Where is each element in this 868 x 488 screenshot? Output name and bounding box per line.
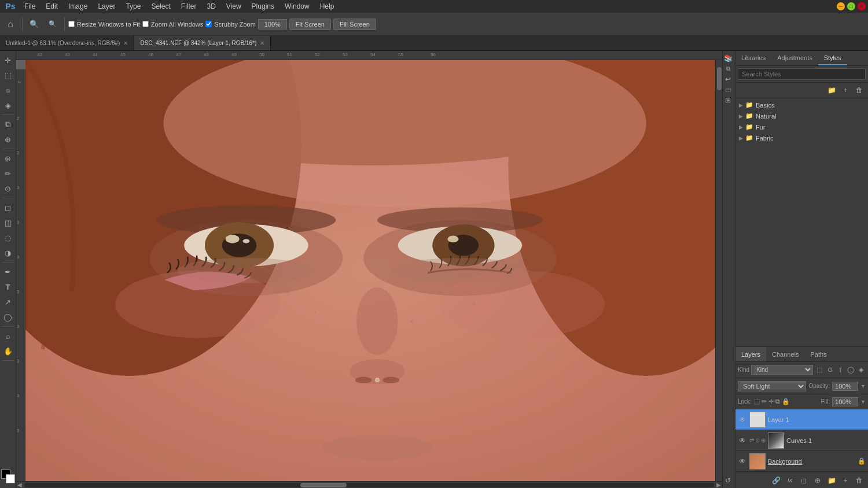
menu-help[interactable]: Help xyxy=(315,1,339,12)
lock-transparent-icon[interactable]: ⬚ xyxy=(754,398,760,405)
canvas-content[interactable] xyxy=(25,60,715,481)
zoom-all-windows-checkbox[interactable]: Zoom All Windows xyxy=(142,21,203,28)
blend-mode-select[interactable]: Soft Light Normal Multiply Screen Overla… xyxy=(738,381,806,391)
layer-item-1[interactable]: 👁 Layer 1 xyxy=(735,409,868,430)
menu-select[interactable]: Select xyxy=(146,1,175,12)
lasso-tool[interactable]: ⌾ xyxy=(1,83,15,97)
menu-plugins[interactable]: Plugins xyxy=(247,1,279,12)
group-icon[interactable]: 📁 xyxy=(825,474,838,487)
marquee-tool[interactable]: ⬚ xyxy=(1,68,15,82)
lock-position-icon[interactable]: ✛ xyxy=(768,398,774,405)
filter-icon-type[interactable]: T xyxy=(836,365,845,375)
tab-untitled[interactable]: Untitled-1 @ 63.1% (Overdone-iris, RGB/8… xyxy=(0,36,134,50)
vertical-scrollbar[interactable] xyxy=(715,60,722,481)
eraser-tool[interactable]: ◻ xyxy=(1,201,15,215)
blur-tool[interactable]: ◌ xyxy=(1,231,15,245)
adjustment-icon[interactable]: ⊕ xyxy=(811,474,824,487)
crop-tool[interactable]: ⧉ xyxy=(1,117,15,131)
opacity-input[interactable] xyxy=(832,382,858,391)
scroll-right-arrow[interactable]: ▶ xyxy=(716,482,721,488)
quick-select-tool[interactable]: ◈ xyxy=(1,98,15,112)
path-selection-tool[interactable]: ↗ xyxy=(1,295,15,309)
tab-untitled-close[interactable]: ✕ xyxy=(123,40,128,46)
fill-screen-button[interactable]: Fill Screen xyxy=(333,19,376,30)
panel-folder-icon[interactable]: 📁 xyxy=(825,84,838,97)
scroll-left-arrow[interactable]: ◀ xyxy=(17,482,22,488)
lock-all-icon[interactable]: 🔒 xyxy=(782,398,790,405)
tab-styles[interactable]: Styles xyxy=(818,51,847,65)
opacity-arrow[interactable]: ▼ xyxy=(860,383,866,389)
dodge-tool[interactable]: ◑ xyxy=(1,246,15,260)
tab-libraries[interactable]: Libraries xyxy=(735,51,771,65)
horizontal-scrollbar-thumb[interactable] xyxy=(300,483,347,487)
filter-icon-smart[interactable]: ◈ xyxy=(856,365,866,375)
layer-1-visibility[interactable]: 👁 xyxy=(738,415,747,424)
background-color-swatch[interactable] xyxy=(6,474,15,483)
style-group-fur[interactable]: ▶ 📁 Fur xyxy=(737,121,867,132)
fill-arrow[interactable]: ▼ xyxy=(860,399,866,405)
scrubby-zoom-input[interactable] xyxy=(205,21,212,27)
shape-tool[interactable]: ◯ xyxy=(1,310,15,324)
healing-tool[interactable]: ⊛ xyxy=(1,151,15,165)
fill-input[interactable] xyxy=(832,397,858,406)
type-tool[interactable]: T xyxy=(1,280,15,294)
resize-windows-checkbox[interactable]: Resize Windows to Fit xyxy=(68,21,140,28)
eyedropper-tool[interactable]: ⊕ xyxy=(1,132,15,146)
lock-image-icon[interactable]: ✏ xyxy=(762,398,767,405)
menu-type[interactable]: Type xyxy=(121,1,145,12)
menu-image[interactable]: Image xyxy=(64,1,92,12)
mask-icon[interactable]: ◻ xyxy=(797,474,810,487)
horizontal-scrollbar[interactable]: ◀ ▶ xyxy=(16,481,722,488)
tab-paths[interactable]: Paths xyxy=(805,347,833,361)
fx-icon[interactable]: fx xyxy=(784,474,796,487)
filter-icon-adj[interactable]: ⊙ xyxy=(825,365,834,375)
move-tool[interactable]: ✛ xyxy=(1,53,15,67)
style-group-fabric[interactable]: ▶ 📁 Fabric xyxy=(737,132,867,143)
layer-item-background[interactable]: 👁 Background 🔒 xyxy=(735,451,868,472)
tab-dsc[interactable]: DSC_4341.NEF @ 342% (Layer 1, RGB/16*) ✕ xyxy=(134,36,271,50)
zoom-input[interactable] xyxy=(258,19,287,29)
new-layer-icon[interactable]: + xyxy=(839,474,852,487)
revert-icon[interactable]: ↺ xyxy=(723,475,733,486)
grid-icon[interactable]: ⊞ xyxy=(723,95,733,105)
tab-dsc-close[interactable]: ✕ xyxy=(260,40,264,46)
history-icon[interactable]: ↩ xyxy=(723,74,733,84)
libraries-icon[interactable]: 📚 xyxy=(723,53,733,64)
menu-window[interactable]: Window xyxy=(280,1,314,12)
styles-search-input[interactable] xyxy=(738,68,866,80)
menu-edit[interactable]: Edit xyxy=(41,1,62,12)
curves-visibility[interactable]: 👁 xyxy=(738,436,747,445)
pen-tool[interactable]: ✒ xyxy=(1,265,15,279)
delete-layer-icon[interactable]: 🗑 xyxy=(853,474,866,487)
style-group-natural[interactable]: ▶ 📁 Natural xyxy=(737,110,867,121)
zoom-in-icon[interactable]: 🔍 xyxy=(26,16,42,32)
maximize-button[interactable]: □ xyxy=(847,2,855,10)
gradient-tool[interactable]: ◫ xyxy=(1,216,15,230)
layer-item-curves[interactable]: 👁 ⇌ ⊙ ⊛ Curves 1 xyxy=(735,430,868,451)
background-visibility[interactable]: 👁 xyxy=(738,457,747,466)
filter-icon-image[interactable]: ⬚ xyxy=(815,365,824,375)
tab-adjustments[interactable]: Adjustments xyxy=(771,51,818,65)
menu-filter[interactable]: Filter xyxy=(176,1,201,12)
menu-view[interactable]: View xyxy=(222,1,246,12)
link-icon[interactable]: 🔗 xyxy=(770,474,782,487)
filter-select[interactable]: Kind Name Effect Mode Attribute Color xyxy=(751,365,813,375)
close-button[interactable]: ✕ xyxy=(858,2,866,10)
tab-layers[interactable]: Layers xyxy=(735,347,766,361)
resize-windows-input[interactable] xyxy=(68,21,75,27)
hand-tool[interactable]: ✋ xyxy=(1,344,15,358)
panel-new-icon[interactable]: + xyxy=(839,84,852,97)
vertical-scrollbar-thumb[interactable] xyxy=(717,67,722,90)
style-group-basics[interactable]: ▶ 📁 Basics xyxy=(737,99,867,110)
home-icon[interactable]: ⌂ xyxy=(2,16,19,32)
filter-icon-shape[interactable]: ◯ xyxy=(846,365,855,375)
adjustments-icon[interactable]: ⧉ xyxy=(723,64,733,74)
zoom-out-icon[interactable]: 🔍 xyxy=(45,16,61,32)
panel-delete-icon[interactable]: 🗑 xyxy=(853,84,866,97)
menu-file[interactable]: File xyxy=(20,1,40,12)
tab-channels[interactable]: Channels xyxy=(766,347,804,361)
menu-3d[interactable]: 3D xyxy=(202,1,220,12)
zoom-all-windows-input[interactable] xyxy=(142,21,149,27)
minimize-button[interactable]: ─ xyxy=(837,2,845,10)
zoom-tool[interactable]: ⌕ xyxy=(1,329,15,343)
